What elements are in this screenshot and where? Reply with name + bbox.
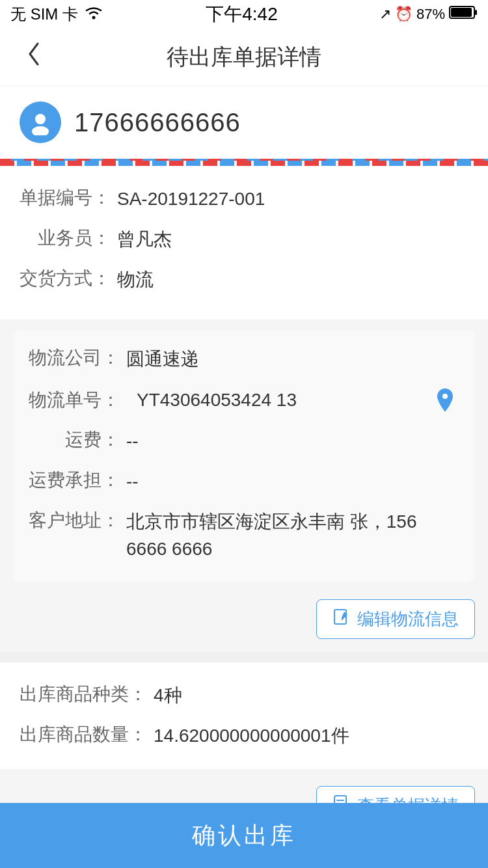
svg-rect-2 xyxy=(451,8,472,17)
freight-bearer-label: 运费承担： xyxy=(29,468,120,493)
delivery-method-label: 交货方式： xyxy=(20,266,111,291)
logistics-company-label: 物流公司： xyxy=(29,346,120,370)
address-row: 客户地址： 北京市市辖区海淀区永丰南 张，156 6666 6666 xyxy=(29,508,459,563)
svg-point-5 xyxy=(32,126,49,135)
status-time: 下午4:42 xyxy=(206,2,278,27)
logistics-company-row: 物流公司： 圆通速递 xyxy=(29,346,459,373)
battery-icon xyxy=(449,5,478,23)
tracking-number-value: YT43064053424 13 xyxy=(137,387,420,414)
svg-point-4 xyxy=(35,114,46,124)
tracking-number-label: 物流单号： xyxy=(29,388,120,413)
address-value: 北京市市辖区海淀区永丰南 张，156 6666 6666 xyxy=(126,508,459,563)
goods-types-value: 4种 xyxy=(154,682,468,709)
freight-bearer-value: -- xyxy=(126,468,459,495)
logistics-company-value: 圆通速递 xyxy=(126,346,459,373)
status-bar: 无 SIM 卡 下午4:42 ↗ ⏰ 87% xyxy=(0,0,488,29)
svg-point-6 xyxy=(442,394,448,399)
delivery-method-row: 交货方式： 物流 xyxy=(20,266,468,293)
salesperson-label: 业务员： xyxy=(20,226,111,251)
tracking-number-row: 物流单号： YT43064053424 13 xyxy=(29,386,459,414)
document-number-value: SA-20191227-001 xyxy=(117,185,468,213)
edit-icon xyxy=(332,608,351,631)
freight-row: 运费： -- xyxy=(29,427,459,455)
status-left: 无 SIM 卡 xyxy=(10,4,104,25)
goods-quantity-label: 出库商品数量： xyxy=(20,722,147,747)
page-title: 待出库单据详情 xyxy=(167,42,321,72)
sim-text: 无 SIM 卡 xyxy=(10,4,78,25)
status-right: ↗ ⏰ 87% xyxy=(379,5,478,23)
decorative-divider xyxy=(0,161,488,166)
address-label: 客户地址： xyxy=(29,508,120,533)
goods-types-row: 出库商品种类： 4种 xyxy=(20,682,468,709)
edit-logistics-label: 编辑物流信息 xyxy=(357,608,459,631)
freight-label: 运费： xyxy=(29,427,120,452)
wifi-icon xyxy=(83,5,104,23)
section-divider-1 xyxy=(0,652,488,662)
freight-value: -- xyxy=(126,427,459,455)
salesperson-row: 业务员： 曾凡杰 xyxy=(20,226,468,253)
customer-phone: 17666666666 xyxy=(74,108,241,137)
goods-quantity-row: 出库商品数量： 14.620000000000001件 xyxy=(20,722,468,750)
logistics-card: 物流公司： 圆通速递 物流单号： YT43064053424 13 运费： --… xyxy=(13,330,475,582)
goods-types-label: 出库商品种类： xyxy=(20,682,147,707)
freight-bearer-row: 运费承担： -- xyxy=(29,468,459,495)
confirm-button[interactable]: 确认出库 xyxy=(0,803,488,868)
edit-logistics-button[interactable]: 编辑物流信息 xyxy=(316,599,475,639)
avatar xyxy=(20,102,61,143)
confirm-button-label: 确认出库 xyxy=(192,820,296,852)
document-number-row: 单据编号： SA-20191227-001 xyxy=(20,185,468,213)
salesperson-value: 曾凡杰 xyxy=(117,226,468,253)
map-pin-icon[interactable] xyxy=(431,386,459,414)
svg-rect-3 xyxy=(475,10,477,15)
goods-section: 出库商品种类： 4种 出库商品数量： 14.620000000000001件 xyxy=(0,662,488,769)
delivery-method-value: 物流 xyxy=(117,266,468,293)
document-number-label: 单据编号： xyxy=(20,185,111,210)
customer-header: 17666666666 xyxy=(0,86,488,161)
back-button[interactable] xyxy=(20,34,48,79)
alarm-icon: ⏰ xyxy=(395,6,413,23)
battery-text: 87% xyxy=(416,6,445,23)
svg-point-0 xyxy=(92,16,96,20)
location-status-icon: ↗ xyxy=(379,6,391,23)
content-area: 17666666666 单据编号： SA-20191227-001 业务员： 曾… xyxy=(0,86,488,868)
edit-logistics-area: 编辑物流信息 xyxy=(0,593,488,652)
nav-bar: 待出库单据详情 xyxy=(0,29,488,86)
basic-info-section: 单据编号： SA-20191227-001 业务员： 曾凡杰 交货方式： 物流 xyxy=(0,166,488,319)
goods-quantity-value: 14.620000000000001件 xyxy=(154,722,468,750)
